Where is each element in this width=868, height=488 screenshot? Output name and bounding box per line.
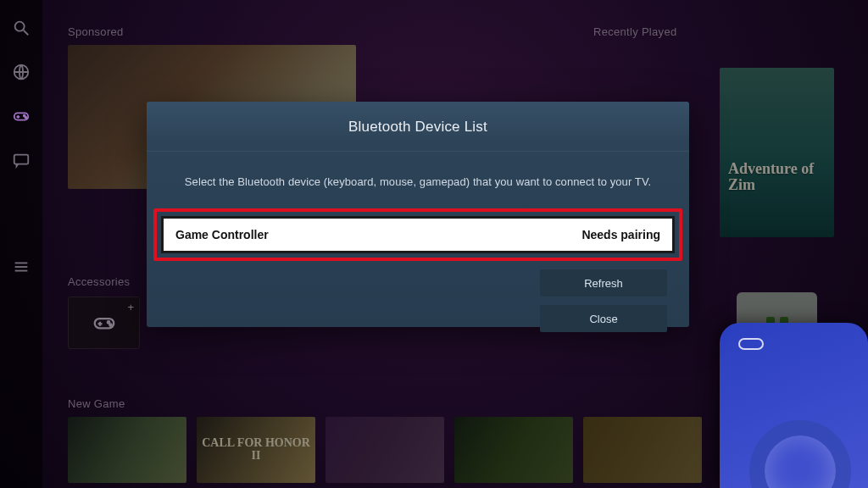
svg-point-6 (24, 115, 25, 117)
phone-overlay (720, 323, 868, 488)
gamepad-icon[interactable] (12, 107, 31, 125)
left-rail (0, 0, 42, 488)
game-poster[interactable] (326, 417, 444, 483)
bluetooth-modal: Bluetooth Device List Select the Bluetoo… (147, 102, 689, 327)
close-button-label: Close (589, 313, 617, 325)
accessories-label: Accessories (68, 275, 140, 288)
device-status: Needs pairing (581, 228, 660, 241)
device-name: Game Controller (175, 228, 269, 241)
modal-title: Bluetooth Device List (147, 102, 689, 152)
svg-rect-8 (14, 155, 29, 164)
recently-played-game[interactable]: Adventure of Zim (720, 68, 834, 237)
svg-line-1 (24, 30, 29, 36)
refresh-button[interactable]: Refresh (540, 269, 667, 297)
refresh-button-label: Refresh (584, 277, 623, 290)
device-row-highlight: Game Controller Needs pairing (153, 208, 682, 261)
modal-description: Select the Bluetooth device (keyboard, m… (147, 152, 689, 208)
game-poster[interactable]: CALL FOR HONOR II (197, 417, 315, 483)
svg-point-16 (109, 324, 112, 326)
svg-point-15 (107, 321, 109, 324)
svg-point-7 (25, 117, 27, 119)
game-poster[interactable] (583, 417, 702, 483)
menu-icon[interactable] (12, 258, 31, 276)
close-button[interactable]: Close (540, 305, 667, 332)
tv-screen: Sponsored Recently Played Adventure of Z… (0, 0, 868, 488)
game-poster[interactable] (68, 417, 186, 483)
recently-played-label: Recently Played (593, 25, 676, 38)
device-row[interactable]: Game Controller Needs pairing (161, 216, 675, 253)
rp-game-title: Adventure of Zim (728, 160, 814, 193)
gamepad-icon (92, 310, 117, 336)
globe-icon[interactable] (12, 63, 31, 81)
chat-icon[interactable] (12, 151, 31, 169)
game-poster[interactable] (454, 417, 573, 483)
phone-ring-graphic (749, 420, 851, 488)
accessories-add-tile[interactable]: + (68, 297, 140, 349)
plus-icon: + (127, 301, 134, 313)
phone-earpiece (738, 338, 764, 350)
search-icon[interactable] (12, 19, 31, 37)
poster-title: CALL FOR HONOR II (197, 437, 315, 462)
svg-point-0 (15, 22, 25, 31)
sponsored-label: Sponsored (68, 25, 356, 38)
